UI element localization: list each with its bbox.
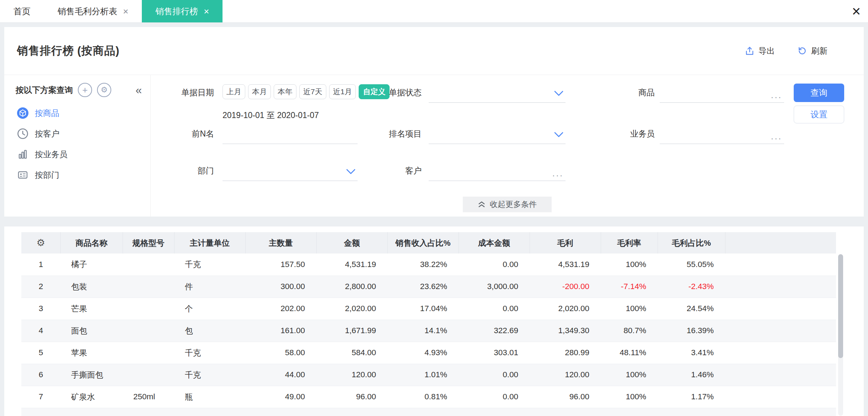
cell-filler — [725, 320, 836, 342]
refresh-label: 刷新 — [811, 46, 827, 57]
sidebar-item-label: 按业务员 — [35, 149, 68, 160]
status-filter-select[interactable] — [429, 85, 566, 103]
scheme-settings-button[interactable]: ⚙ — [97, 83, 111, 97]
table-scrollbar[interactable] — [838, 254, 843, 416]
cell-profit-rate: 100% — [601, 254, 658, 276]
date-quick-last-month[interactable]: 上月 — [223, 84, 245, 99]
cell-cost: 322.69 — [459, 320, 530, 342]
cell-unit: 瓶 — [174, 386, 245, 408]
cell-row-index: 1 — [21, 254, 60, 276]
chevron-down-icon — [554, 91, 563, 96]
cell-product-name: 面包 — [60, 320, 123, 342]
column-header[interactable]: 主计量单位 — [174, 232, 245, 254]
upper-body: 按以下方案查询 + ⚙ « 按商品 — [4, 75, 864, 217]
sidebar-item-by-product[interactable]: 按商品 — [14, 103, 145, 123]
cell-revenue-pct: 14.1% — [387, 320, 459, 342]
tab-sales-ranking[interactable]: 销售排行榜 × — [142, 0, 223, 22]
ellipsis-icon[interactable]: ··· — [771, 92, 782, 102]
query-button[interactable]: 查询 — [794, 84, 844, 102]
department-filter-select[interactable] — [223, 163, 358, 181]
column-header[interactable]: 销售收入占比% — [387, 232, 459, 254]
cell-profit-rate: 48.11% — [601, 342, 658, 364]
cell-cost: 0.00 — [459, 254, 530, 276]
sidebar-item-by-department[interactable]: 按部门 — [14, 165, 145, 185]
top-n-filter-input[interactable] — [223, 126, 358, 144]
cell-filler — [725, 386, 836, 408]
cell-qty: 49.00 — [245, 386, 316, 408]
add-scheme-button[interactable]: + — [78, 83, 92, 97]
cell-amount: 96.00 — [316, 386, 387, 408]
date-quick-last-1-month[interactable]: 近1月 — [329, 84, 356, 99]
column-settings-gear-icon[interactable]: ⚙ — [21, 232, 60, 254]
column-header-filler — [725, 232, 836, 254]
cell-cost: 0.00 — [459, 298, 530, 320]
export-button[interactable]: 导出 — [745, 46, 775, 57]
rank-item-filter-select[interactable] — [429, 126, 566, 144]
column-header[interactable]: 毛利占比% — [658, 232, 725, 254]
date-filter-label: 单据日期 — [151, 87, 214, 98]
cell-cost: 0.00 — [459, 386, 530, 408]
cell-profit: 280.99 — [530, 342, 601, 364]
cell-row-index: 5 — [21, 342, 60, 364]
collapse-sidebar-icon[interactable]: « — [135, 84, 145, 97]
table-row[interactable]: 6手撕面包千克44.00120.001.01%0.00120.00100%1.4… — [21, 364, 836, 386]
table-row[interactable]: 7矿泉水250ml瓶49.0096.000.81%0.0096.00100%1.… — [21, 386, 836, 408]
salesperson-filter-label: 业务员 — [592, 128, 655, 139]
date-range-value[interactable]: 2019-10-01 至 2020-01-07 — [223, 110, 319, 121]
product-filter-input[interactable]: ··· — [660, 85, 784, 103]
table-scrollbar-thumb[interactable] — [838, 254, 843, 358]
cell-cost: 303.01 — [459, 342, 530, 364]
double-chevron-up-icon — [478, 201, 486, 208]
settings-button[interactable]: 设置 — [794, 106, 844, 123]
cell-spec — [123, 320, 174, 342]
table-header-row: ⚙ 商品名称 规格型号 主计量单位 主数量 金额 销售收入占比% 成本金额 毛利… — [21, 232, 836, 254]
clock-icon — [16, 127, 29, 140]
ellipsis-icon[interactable]: ··· — [771, 134, 782, 143]
id-card-icon — [16, 169, 29, 181]
refresh-button[interactable]: 刷新 — [798, 46, 827, 57]
cell-amount: 2,800.00 — [316, 276, 387, 298]
collapse-conditions-button[interactable]: 收起更多条件 — [463, 197, 552, 212]
cell-amount: 2,020.00 — [316, 298, 387, 320]
salesperson-filter-input[interactable]: ··· — [660, 126, 784, 144]
cell-profit-rate: 100% — [601, 364, 658, 386]
cell-product-name: 包装 — [60, 276, 123, 298]
cell-spec — [123, 364, 174, 386]
table-row[interactable]: 5苹果千克58.00584.004.93%303.01280.9948.11%3… — [21, 342, 836, 364]
column-header[interactable]: 规格型号 — [123, 232, 174, 254]
tab-close-icon[interactable]: × — [123, 7, 128, 16]
tab-home[interactable]: 首页 — [0, 0, 44, 22]
column-header[interactable]: 金额 — [316, 232, 387, 254]
cell-profit: 4,531.19 — [530, 254, 601, 276]
table-row[interactable]: 3芒果个202.002,020.0017.04%0.002,020.00100%… — [21, 298, 836, 320]
tab-gross-profit-analysis[interactable]: 销售毛利分析表 × — [44, 0, 142, 22]
column-header[interactable]: 商品名称 — [60, 232, 123, 254]
collapse-conditions-label: 收起更多条件 — [490, 199, 537, 210]
tab-label: 销售排行榜 — [155, 6, 198, 17]
table-row[interactable]: 1橘子千克157.504,531.1938.22%0.004,531.19100… — [21, 254, 836, 276]
cell-unit: 件 — [174, 276, 245, 298]
date-quick-this-month[interactable]: 本月 — [248, 84, 271, 99]
date-quick-this-year[interactable]: 本年 — [274, 84, 296, 99]
column-header[interactable]: 成本金额 — [459, 232, 530, 254]
cell-profit-pct: 16.39% — [658, 320, 725, 342]
ellipsis-icon[interactable]: ··· — [552, 171, 563, 180]
cell-amount: 1,671.99 — [316, 320, 387, 342]
cell-product-name: 矿泉水 — [60, 386, 123, 408]
date-quick-last-7-days[interactable]: 近7天 — [299, 84, 326, 99]
column-header[interactable]: 毛利率 — [601, 232, 658, 254]
sidebar-item-by-salesperson[interactable]: 按业务员 — [14, 144, 145, 165]
table-body: 1橘子千克157.504,531.1938.22%0.004,531.19100… — [21, 254, 836, 416]
cell-profit: 1,349.30 — [530, 320, 601, 342]
department-filter-label: 部门 — [151, 165, 214, 176]
customer-filter-input[interactable]: ··· — [429, 163, 566, 181]
cell-filler — [725, 254, 836, 276]
window-close-icon[interactable]: × — [845, 0, 868, 22]
column-header[interactable]: 毛利 — [530, 232, 601, 254]
table-row[interactable]: 4面包包161.001,671.9914.1%322.691,349.3080.… — [21, 320, 836, 342]
table-row[interactable]: 2包装件300.002,800.0023.62%3,000.00-200.00-… — [21, 276, 836, 298]
sidebar-item-by-customer[interactable]: 按客户 — [14, 123, 145, 144]
column-header[interactable]: 主数量 — [245, 232, 316, 254]
tab-close-icon[interactable]: × — [204, 7, 209, 16]
chevron-down-icon — [554, 132, 563, 138]
